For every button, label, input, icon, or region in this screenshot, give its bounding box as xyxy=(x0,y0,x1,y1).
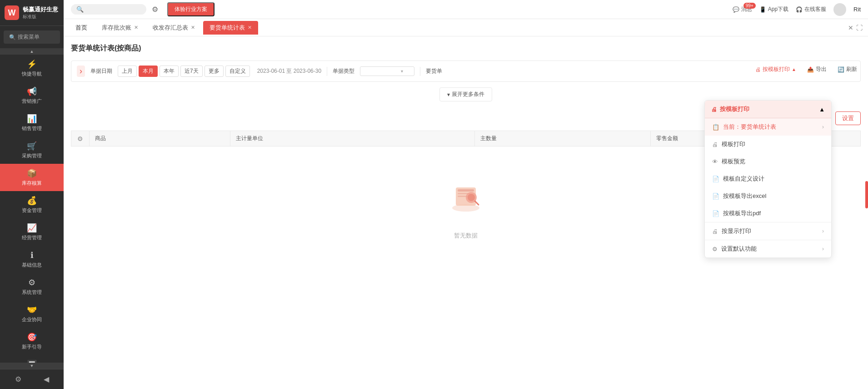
sidebar-item-system[interactable]: ⚙ 系统管理 xyxy=(0,273,64,300)
export-label: 导出 xyxy=(816,66,827,73)
dropdown-item-template-preview[interactable]: 👁 模板预览 xyxy=(705,153,831,170)
template-preview-label: 模板预览 xyxy=(722,157,745,166)
sidebar-item-enterprise[interactable]: 🤝 企业协同 xyxy=(0,300,64,328)
main-area: 🔍 ⚙ 体验行业方案 💬 消息 99+ 📱 App下载 🎧 在线客服 Rit xyxy=(64,0,868,389)
date-range-display: 2023-06-01 至 2023-06-30 xyxy=(257,67,321,75)
expand-more-btn[interactable]: ▾ 展开更多条件 xyxy=(439,87,492,101)
dropdown-item-template-export-excel[interactable]: 📄 按模板导出excel xyxy=(705,187,831,205)
nav-icon-purchase: 🛒 xyxy=(27,141,37,151)
dropdown-item-current[interactable]: 📋 当前：要货单统计表 › xyxy=(705,118,831,136)
prev-month-btn[interactable]: 上月 xyxy=(118,66,137,77)
nav-icon-enterprise: 🤝 xyxy=(27,305,37,315)
dropdown-item-template-print[interactable]: 🖨 模板打印 xyxy=(705,136,831,153)
settings-icon[interactable]: ⚙ xyxy=(15,375,21,384)
date-buttons: 上月 本月 本年 近7天 更多 自定义 xyxy=(118,66,250,77)
sidebar-item-marketing[interactable]: 📢 营销推广 xyxy=(0,82,64,109)
search-icon: 🔍 xyxy=(9,34,16,40)
trial-button[interactable]: 体验行业方案 xyxy=(167,2,215,16)
app-logo: W 畅赢通好生意 标准版 xyxy=(0,0,64,26)
sidebar: W 畅赢通好生意 标准版 🔍 搜索菜单 ▲ ⚡ 快捷导航 📢 营销推广 📊 销售… xyxy=(0,0,64,389)
messages-button[interactable]: 💬 消息 99+ xyxy=(733,5,752,13)
close-receipt-summary-tab[interactable]: ✕ xyxy=(191,25,195,30)
sidebar-item-sales[interactable]: 📊 销售管理 xyxy=(0,109,64,136)
type-filter-select[interactable]: ▾ xyxy=(360,66,414,76)
online-service-button[interactable]: 🎧 在线客服 xyxy=(796,5,826,13)
order-stats-tab-label: 要货单统计表 xyxy=(210,24,245,32)
close-all-tabs-icon[interactable]: ✕ xyxy=(848,24,853,31)
sidebar-item-label: 库存核算 xyxy=(22,180,42,187)
messages-badge: 99+ xyxy=(743,3,756,9)
scroll-up-btn[interactable]: ▲ xyxy=(0,48,64,55)
column-quantity: 主数量 xyxy=(475,131,650,147)
sidebar-item-inventory[interactable]: 📦 库存核算 xyxy=(0,164,64,191)
more-btn[interactable]: 更多 xyxy=(205,66,224,77)
sidebar-item-label: 采购管理 xyxy=(22,152,42,159)
close-order-stats-tab[interactable]: ✕ xyxy=(248,25,252,30)
collapse-icon[interactable]: ◀ xyxy=(44,375,49,384)
this-month-btn[interactable]: 本月 xyxy=(139,66,158,77)
logo-icon: W xyxy=(5,5,19,20)
dropdown-item-template-custom-design[interactable]: 📄 模板自定义设计 xyxy=(705,170,831,187)
order-status-label: 要货单 xyxy=(426,67,442,75)
set-default-label: 设置默认功能 xyxy=(721,245,757,253)
nav-icon-operations: 📈 xyxy=(27,223,37,233)
sidebar-item-label: 营销推广 xyxy=(22,98,42,105)
sidebar-search[interactable]: 🔍 搜索菜单 xyxy=(4,30,60,44)
template-print-label: 模板打印 xyxy=(722,140,745,148)
template-export-excel-icon: 📄 xyxy=(712,193,719,200)
custom-btn[interactable]: 自定义 xyxy=(225,66,250,77)
username-label: Rit xyxy=(853,6,861,13)
sidebar-item-new-guide[interactable]: 🎯 新手引导 xyxy=(0,328,64,355)
sidebar-item-app-center[interactable]: 🔲 应用中心 xyxy=(0,355,64,363)
topbar-search-box[interactable]: 🔍 xyxy=(71,4,146,15)
app-edition: 标准版 xyxy=(23,14,58,20)
display-print-icon: 🖨 xyxy=(712,228,718,235)
dropdown-item-display-print[interactable]: 🖨 按显示打印 › xyxy=(705,222,831,240)
tab-extra-controls: ✕ ⛶ xyxy=(848,24,863,31)
column-settings[interactable]: ⚙ xyxy=(71,131,90,147)
settings-button[interactable]: 设置 xyxy=(835,111,861,125)
column-unit: 主计量单位 xyxy=(230,131,475,147)
tab-inventory-batch[interactable]: 库存批次账 ✕ xyxy=(95,21,145,35)
set-default-arrow: › xyxy=(822,246,824,252)
print-template-button[interactable]: 🖨 按模板打印 ▲ xyxy=(752,64,800,75)
sidebar-item-label: 基础信息 xyxy=(22,262,42,268)
sidebar-item-operations[interactable]: 📈 经营管理 xyxy=(0,218,64,246)
dropdown-item-template-export-pdf[interactable]: 📄 按模板导出pdf xyxy=(705,205,831,222)
type-select-chevron: ▾ xyxy=(401,69,403,74)
scroll-down-btn[interactable]: ▼ xyxy=(0,363,64,369)
sidebar-item-purchase[interactable]: 🛒 采购管理 xyxy=(0,136,64,164)
online-service-label: 在线客服 xyxy=(804,5,826,13)
refresh-button[interactable]: 🔄 刷新 xyxy=(834,64,861,75)
app-download-button[interactable]: 📱 App下载 xyxy=(759,5,788,13)
tab-home[interactable]: 首页 xyxy=(69,21,94,35)
download-icon: 📱 xyxy=(759,6,766,13)
app-download-label: App下载 xyxy=(768,5,788,13)
column-gear-icon[interactable]: ⚙ xyxy=(77,135,83,142)
this-year-btn[interactable]: 本年 xyxy=(160,66,179,77)
close-inventory-batch-tab[interactable]: ✕ xyxy=(134,25,138,30)
headset-icon: 🎧 xyxy=(796,6,803,13)
expand-tabs-icon[interactable]: ⛶ xyxy=(856,24,863,31)
sidebar-nav: ⚡ 快捷导航 📢 营销推广 📊 销售管理 🛒 采购管理 📦 库存核算 💰 资金管… xyxy=(0,55,64,363)
print-dropdown-collapse-btn[interactable]: ▲ xyxy=(819,106,825,113)
home-tab-label: 首页 xyxy=(75,24,87,32)
template-design-icon: 📄 xyxy=(712,176,719,182)
filter-expand-icon[interactable]: › xyxy=(77,66,85,77)
sidebar-item-basic-info[interactable]: ℹ 基础信息 xyxy=(0,246,64,273)
sidebar-item-label: 资金管理 xyxy=(22,207,42,214)
export-button[interactable]: 📤 导出 xyxy=(803,64,830,75)
tab-receipt-summary[interactable]: 收发存汇总表 ✕ xyxy=(146,21,201,35)
dropdown-item-set-default[interactable]: ⚙ 设置默认功能 › xyxy=(705,240,831,258)
receipt-summary-tab-label: 收发存汇总表 xyxy=(153,24,188,32)
topbar-gear-icon[interactable]: ⚙ xyxy=(152,5,158,14)
topbar-search-input[interactable] xyxy=(86,6,141,13)
sidebar-item-quick-nav[interactable]: ⚡ 快捷导航 xyxy=(0,55,64,82)
nav-icon-basic-info: ℹ xyxy=(30,250,34,260)
tab-order-stats[interactable]: 要货单统计表 ✕ xyxy=(203,21,258,35)
sidebar-item-finance[interactable]: 💰 资金管理 xyxy=(0,191,64,218)
refresh-label: 刷新 xyxy=(846,66,857,73)
last-7-days-btn[interactable]: 近7天 xyxy=(180,66,203,77)
user-avatar[interactable] xyxy=(833,3,846,16)
template-export-excel-label: 按模板导出excel xyxy=(723,192,766,200)
